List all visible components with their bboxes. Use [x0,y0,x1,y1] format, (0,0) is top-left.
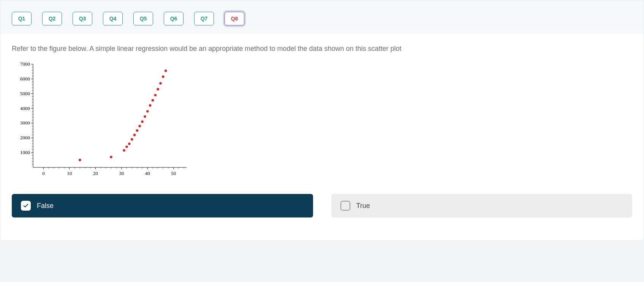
q-pill-label: Q8 [231,16,238,22]
answer-true-label: True [356,202,370,210]
svg-text:1000: 1000 [20,150,30,155]
scatter-svg: 100020003000400050006000700001020304050 [12,61,190,179]
svg-point-92 [136,129,138,132]
q-pill-label: Q7 [201,16,208,22]
svg-point-101 [159,82,161,85]
svg-point-91 [133,134,136,136]
question-content: Refer to the figure below. A simple line… [0,33,644,240]
answer-false[interactable]: False [12,194,313,217]
q-pill-5[interactable]: Q5 [133,12,153,25]
svg-text:30: 30 [119,170,124,176]
q-pill-1[interactable]: Q1 [12,12,32,25]
svg-point-98 [152,99,154,101]
q-pill-8[interactable]: Q8 [225,12,244,25]
svg-point-96 [146,110,149,112]
svg-text:3000: 3000 [20,120,30,126]
svg-point-90 [131,138,133,140]
answers-row: False True [12,194,632,217]
svg-text:2000: 2000 [20,135,30,140]
svg-text:6000: 6000 [20,76,30,82]
svg-text:5000: 5000 [20,91,30,96]
q-pill-label: Q5 [140,16,147,22]
svg-point-86 [110,156,112,158]
svg-text:50: 50 [171,170,176,176]
scatter-chart: 100020003000400050006000700001020304050 [12,61,632,179]
q-pill-3[interactable]: Q3 [73,12,92,25]
svg-point-88 [125,146,128,148]
q-pill-label: Q1 [18,16,25,22]
svg-point-97 [149,104,151,107]
svg-point-87 [123,149,125,151]
checkbox-empty-icon [340,201,350,211]
svg-text:0: 0 [42,170,45,176]
svg-point-100 [157,88,159,90]
svg-point-94 [141,121,143,123]
svg-point-85 [79,159,81,161]
svg-text:10: 10 [67,170,72,176]
q-pill-6[interactable]: Q6 [164,12,184,25]
svg-text:4000: 4000 [20,106,30,111]
q-pill-4[interactable]: Q4 [103,12,123,25]
q-pill-label: Q4 [109,16,117,22]
svg-text:7000: 7000 [20,61,30,67]
checkbox-checked-icon [21,201,31,211]
svg-point-95 [144,115,146,118]
question-prompt: Refer to the figure below. A simple line… [12,44,632,54]
svg-point-103 [165,69,167,72]
q-pill-label: Q3 [79,16,86,22]
answer-false-label: False [37,202,54,210]
svg-point-102 [162,76,164,78]
q-pill-label: Q6 [170,16,177,22]
q-pill-7[interactable]: Q7 [194,12,214,25]
q-pill-label: Q2 [49,16,56,22]
svg-point-89 [128,143,130,145]
svg-point-99 [154,94,157,96]
q-pill-2[interactable]: Q2 [42,12,62,25]
svg-text:40: 40 [145,170,150,176]
svg-text:20: 20 [93,170,98,176]
svg-point-93 [139,125,141,127]
answer-true[interactable]: True [331,194,633,217]
question-nav: Q1 Q2 Q3 Q4 Q5 Q6 Q7 Q8 [0,0,644,33]
